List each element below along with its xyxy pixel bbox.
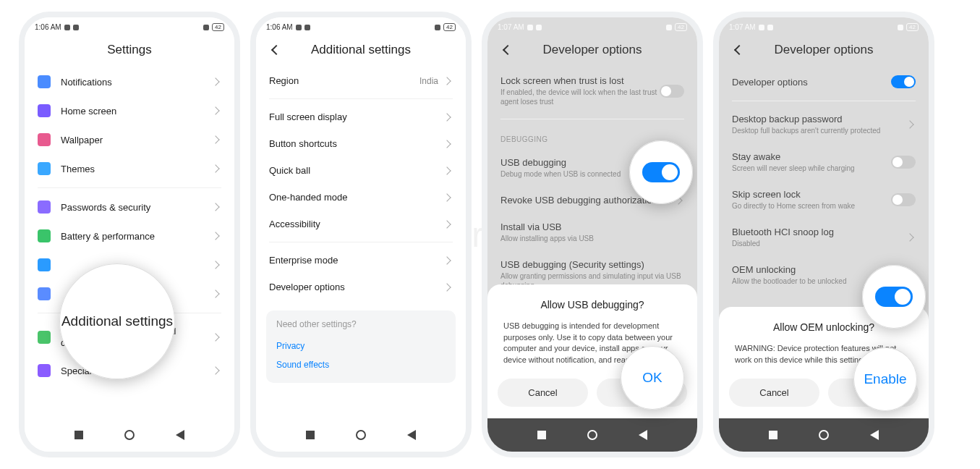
nav-recent-button[interactable] <box>304 428 317 441</box>
phone-settings: 1:06 AM 42 Settings Notifications Home s… <box>25 17 234 452</box>
wellbeing-icon <box>38 331 51 344</box>
nav-back-button[interactable] <box>174 428 187 441</box>
back-button[interactable] <box>500 43 515 57</box>
nav-recent-button[interactable] <box>535 428 548 441</box>
row-region[interactable]: RegionIndia <box>266 67 456 94</box>
battery-row-icon <box>38 229 51 242</box>
magnifier-additional-settings: Additional settings <box>59 263 175 379</box>
themes-icon <box>38 162 51 175</box>
nav-recent-button[interactable] <box>72 428 85 441</box>
phone-additional-settings: 1:06 AM 42 Additional settings RegionInd… <box>256 17 466 452</box>
row-developer-options[interactable]: Developer options <box>266 274 456 300</box>
row-passwords[interactable]: Passwords & security <box>35 193 224 221</box>
chevron-right-icon <box>211 77 221 87</box>
row-stay-awake[interactable]: Stay awakeScreen will never sleep while … <box>729 143 919 181</box>
signal-icon <box>666 25 672 30</box>
magnifier-oem-toggle <box>862 265 926 329</box>
row-one-handed[interactable]: One-handed mode <box>266 184 456 211</box>
chevron-right-icon <box>211 366 221 376</box>
nav-back-button[interactable] <box>405 428 418 441</box>
nav-home-button[interactable] <box>586 428 599 441</box>
row-quick-ball[interactable]: Quick ball <box>266 157 456 184</box>
cancel-button[interactable]: Cancel <box>498 379 588 407</box>
battery-icon: 42 <box>443 23 456 31</box>
row-enterprise[interactable]: Enterprise mode <box>266 247 456 274</box>
special-icon <box>38 364 51 377</box>
suggest-box: Need other settings? Privacy Sound effec… <box>266 310 456 383</box>
chevron-right-icon <box>211 202 221 212</box>
row-accessibility[interactable]: Accessibility <box>266 211 456 237</box>
nav-back-button[interactable] <box>868 428 881 441</box>
notifications-icon <box>38 75 51 88</box>
chevron-right-icon <box>443 282 453 292</box>
toggle-oem-unlocking[interactable] <box>875 287 913 307</box>
magnified-label: Additional settings <box>61 313 173 329</box>
toggle-usb-debugging[interactable] <box>642 162 680 182</box>
chevron-right-icon <box>443 112 453 122</box>
nav-home-button[interactable] <box>354 428 367 441</box>
status-icon <box>64 25 70 30</box>
status-icon <box>759 25 764 30</box>
row-home-screen[interactable]: Home screen <box>35 96 224 125</box>
chevron-right-icon <box>906 232 916 242</box>
chevron-right-icon <box>211 164 221 174</box>
home-icon <box>38 104 51 117</box>
phone-oem-unlocking: 1:07 AM 42 Developer options Developer o… <box>719 17 929 452</box>
chevron-right-icon <box>443 76 453 86</box>
row-bluetooth-hci[interactable]: Bluetooth HCI snoop logDisabled <box>729 219 919 256</box>
nav-bar <box>25 418 234 452</box>
nav-bar <box>256 418 466 452</box>
signal-icon <box>435 25 440 30</box>
nav-home-button[interactable] <box>817 428 830 441</box>
chevron-right-icon <box>443 255 453 266</box>
row-developer-options[interactable]: Developer options <box>729 67 919 96</box>
status-icon <box>536 25 542 30</box>
status-time: 1:06 AM <box>35 23 61 31</box>
status-icon <box>767 25 773 30</box>
page-title: Settings <box>38 43 221 57</box>
toggle-developer-options[interactable] <box>891 75 916 88</box>
chevron-right-icon <box>906 119 916 130</box>
row-install-usb[interactable]: Install via USBAllow installing apps via… <box>498 214 687 251</box>
battery-icon: 42 <box>675 23 687 31</box>
status-time: 1:07 AM <box>729 23 756 31</box>
status-bar: 1:06 AM 42 <box>256 17 466 34</box>
chevron-right-icon <box>211 106 221 116</box>
divider <box>500 119 684 119</box>
row-battery[interactable]: Battery & performance <box>35 221 224 250</box>
row-themes[interactable]: Themes <box>35 154 224 183</box>
link-sound-effects[interactable]: Sound effects <box>276 355 446 374</box>
row-button-shortcuts[interactable]: Button shortcuts <box>266 130 456 157</box>
row-backup-password[interactable]: Desktop backup passwordDesktop full back… <box>729 106 919 143</box>
row-notifications[interactable]: Notifications <box>35 67 224 96</box>
row-fullscreen[interactable]: Full screen display <box>266 103 456 130</box>
row-wallpaper[interactable]: Wallpaper <box>35 125 224 154</box>
dialog-title: Allow USB debugging? <box>498 299 687 310</box>
toggle-lock-trust[interactable] <box>660 85 684 98</box>
signal-icon <box>203 25 209 30</box>
magnifier-enable-button: Enable <box>853 347 917 411</box>
row-lock-trust[interactable]: Lock screen when trust is lostIf enabled… <box>498 67 687 114</box>
divider <box>732 101 916 101</box>
page-title: Developer options <box>746 43 901 57</box>
nav-home-button[interactable] <box>123 428 136 441</box>
apps-icon <box>38 258 51 271</box>
nav-back-button[interactable] <box>636 428 649 441</box>
status-bar: 1:06 AM 42 <box>25 17 234 34</box>
chevron-right-icon <box>211 332 221 342</box>
cancel-button[interactable]: Cancel <box>729 379 819 407</box>
status-bar: 1:07 AM 42 <box>719 17 929 34</box>
back-button[interactable] <box>269 43 284 57</box>
status-icon <box>527 25 533 30</box>
battery-icon: 42 <box>906 23 919 31</box>
status-time: 1:07 AM <box>498 23 524 31</box>
chevron-right-icon <box>443 193 453 203</box>
link-privacy[interactable]: Privacy <box>276 337 446 355</box>
row-skip-lock[interactable]: Skip screen lockGo directly to Home scre… <box>729 181 919 219</box>
chevron-right-icon <box>211 135 221 145</box>
ok-label: OK <box>642 370 662 386</box>
toggle-stay-awake[interactable] <box>891 156 916 169</box>
toggle-skip-lock[interactable] <box>891 193 916 206</box>
nav-recent-button[interactable] <box>767 428 780 441</box>
back-button[interactable] <box>732 43 746 57</box>
